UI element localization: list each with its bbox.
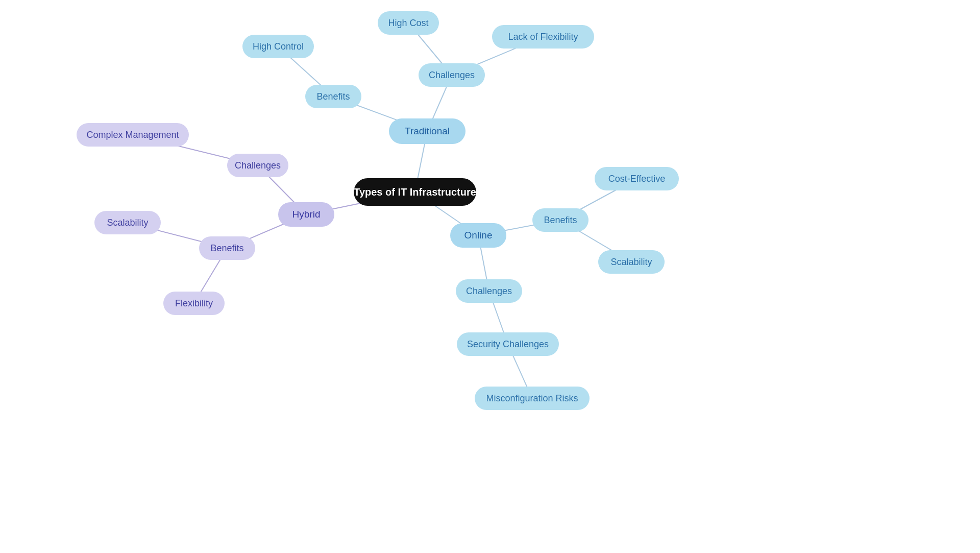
online-label: Online	[464, 230, 493, 241]
misconfig-label: Misconfiguration Risks	[486, 393, 578, 404]
misconfig-node[interactable]: Misconfiguration Risks	[475, 387, 590, 410]
online-challenges-node[interactable]: Challenges	[456, 279, 522, 303]
lack-flex-node[interactable]: Lack of Flexibility	[492, 25, 594, 49]
hybrid-benefits-label: Benefits	[210, 243, 243, 254]
security-challenges-label: Security Challenges	[467, 339, 549, 350]
high-control-node[interactable]: High Control	[242, 35, 314, 58]
hybrid-node[interactable]: Hybrid	[278, 202, 334, 227]
hybrid-label: Hybrid	[292, 209, 321, 220]
traditional-label: Traditional	[405, 126, 450, 137]
high-control-label: High Control	[253, 41, 304, 52]
complex-mgmt-node[interactable]: Complex Management	[77, 123, 189, 147]
lack-flex-label: Lack of Flexibility	[508, 32, 578, 42]
online-benefits-label: Benefits	[544, 215, 577, 226]
scalability-hybrid-label: Scalability	[107, 218, 148, 228]
scalability-hybrid-node[interactable]: Scalability	[94, 211, 161, 234]
center-node[interactable]: Types of IT Infrastructure	[354, 178, 476, 206]
flexibility-label: Flexibility	[175, 298, 213, 309]
security-challenges-node[interactable]: Security Challenges	[457, 332, 559, 356]
scalability-online-label: Scalability	[610, 257, 652, 268]
trad-benefits-label: Benefits	[316, 91, 350, 102]
scalability-online-node[interactable]: Scalability	[598, 250, 665, 274]
trad-benefits-node[interactable]: Benefits	[305, 85, 361, 108]
trad-challenges-node[interactable]: Challenges	[419, 63, 485, 87]
high-cost-label: High Cost	[388, 18, 428, 29]
online-challenges-label: Challenges	[466, 286, 512, 297]
traditional-node[interactable]: Traditional	[389, 118, 465, 144]
trad-challenges-label: Challenges	[429, 70, 475, 81]
high-cost-node[interactable]: High Cost	[378, 11, 439, 35]
hybrid-benefits-node[interactable]: Benefits	[199, 236, 255, 260]
complex-mgmt-label: Complex Management	[86, 130, 179, 140]
online-benefits-node[interactable]: Benefits	[532, 208, 589, 232]
cost-effective-node[interactable]: Cost-Effective	[595, 167, 679, 190]
flexibility-node[interactable]: Flexibility	[163, 292, 225, 315]
center-label: Types of IT Infrastructure	[354, 186, 476, 198]
hybrid-challenges-label: Challenges	[235, 160, 281, 171]
hybrid-challenges-node[interactable]: Challenges	[227, 154, 288, 177]
online-node[interactable]: Online	[450, 223, 506, 248]
cost-effective-label: Cost-Effective	[608, 174, 666, 184]
